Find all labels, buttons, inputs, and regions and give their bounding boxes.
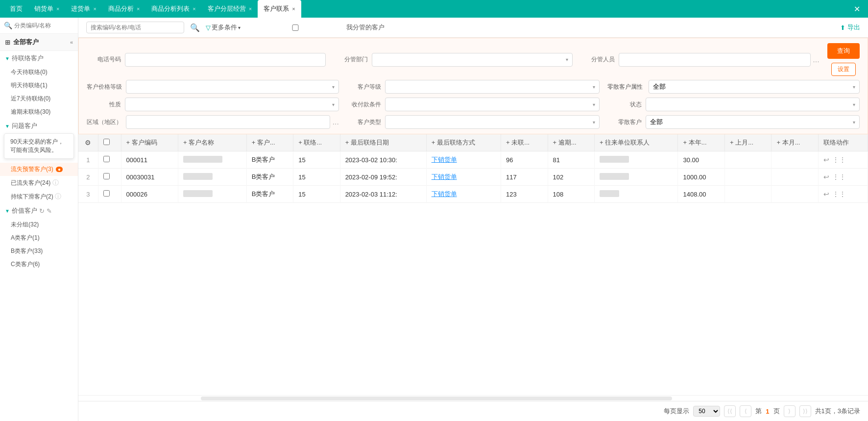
more-action-icon[interactable]: ⋮⋮	[832, 190, 846, 198]
edit-value-icon[interactable]: ✎	[47, 207, 52, 215]
manager-dots-icon[interactable]: …	[813, 56, 820, 64]
close-tab-sales[interactable]: ×	[56, 6, 59, 12]
filter-row-1: 电话号码 分管部门 ▾ 分管人员 … 查询 设置	[87, 43, 860, 76]
cell-last-method[interactable]: 下销货单	[426, 151, 501, 169]
sidebar-item-class-c[interactable]: C类客户(6)	[0, 258, 78, 271]
row-checkbox[interactable]	[103, 173, 110, 179]
more-conditions-btn[interactable]: ▽ 更多条件 ▾	[206, 23, 241, 32]
close-tab-analysis[interactable]: ×	[137, 6, 140, 12]
last-method-link[interactable]: 下销货单	[432, 156, 457, 163]
last-method-link[interactable]: 下销货单	[432, 173, 457, 180]
cell-contact-count: 15	[293, 169, 340, 186]
sidebar-item-declining[interactable]: 持续下滑客户(2) ⓘ	[0, 190, 78, 203]
first-page-btn[interactable]: ⟨⟨	[724, 405, 736, 417]
tab-analysis-list[interactable]: 商品分析列表 ×	[145, 0, 201, 18]
filter-row-2: 客户价格等级 ▾ 客户等级 ▾ 零散客户属性	[87, 80, 860, 94]
sidebar-search-input[interactable]	[14, 22, 74, 29]
cell-last-method[interactable]: 下销货单	[426, 169, 501, 186]
close-tab-purchase[interactable]: ×	[93, 6, 96, 12]
sidebar-item-class-a[interactable]: A类客户(1)	[0, 231, 78, 245]
cell-action[interactable]: ↩ ⋮⋮	[818, 151, 868, 169]
horizontal-scrollbar[interactable]	[78, 395, 868, 401]
area-dots-icon[interactable]: …	[332, 118, 339, 126]
nature-select[interactable]: ▾	[125, 98, 339, 111]
my-customers-checkbox-label[interactable]: 我分管的客户	[246, 23, 385, 32]
export-button[interactable]: ⬆ 导出	[840, 23, 860, 32]
close-tab-customer-contact[interactable]: ×	[292, 6, 295, 12]
retail-select[interactable]: 全部 ▾	[646, 115, 860, 129]
scrollbar-track[interactable]	[201, 396, 672, 400]
last-page-btn[interactable]: ⟩⟩	[799, 405, 811, 417]
sidebar-item-churned[interactable]: 已流失客户(24) ⓘ	[0, 176, 78, 190]
tab-home[interactable]: 首页	[4, 0, 28, 18]
status-select[interactable]: ▾	[646, 98, 860, 111]
sidebar-item-tomorrow[interactable]: 明天待联络(1)	[0, 79, 78, 92]
my-customers-checkbox[interactable]	[246, 25, 344, 31]
tab-analysis[interactable]: 商品分析 ×	[102, 0, 145, 18]
more-action-icon[interactable]: ⋮⋮	[832, 173, 846, 181]
cell-checkbox[interactable]	[98, 169, 121, 186]
price-grade-select[interactable]: ▾	[126, 80, 339, 94]
cell-checkbox[interactable]	[98, 151, 121, 169]
cell-action[interactable]: ↩ ⋮⋮	[818, 169, 868, 186]
filter-row-4: 区域（地区） … 客户类型 ▾ 零散客户 全部 ▾	[87, 115, 860, 129]
gear-icon[interactable]: ⚙	[85, 139, 91, 147]
next-page-btn[interactable]: ⟩	[784, 405, 796, 417]
settings-button[interactable]: 设置	[831, 63, 856, 76]
sidebar-collapse-btn[interactable]: «	[70, 39, 73, 45]
row-checkbox[interactable]	[103, 156, 110, 162]
select-all-checkbox[interactable]	[103, 139, 110, 145]
sidebar-all-customers[interactable]: ⊞ 全部客户 «	[0, 34, 78, 51]
th-last-method: + 最后联络方式	[426, 134, 501, 151]
filter-icon: ▽	[206, 24, 211, 31]
contact-icon[interactable]: ↩	[823, 156, 829, 164]
per-page-select[interactable]: 50 100 200	[693, 406, 720, 417]
refresh-value-icon[interactable]: ↻	[39, 207, 45, 215]
query-button[interactable]: 查询	[827, 43, 860, 59]
export-icon: ⬆	[840, 24, 845, 31]
sidebar-item-ungroup[interactable]: 未分组(32)	[0, 218, 78, 231]
sidebar-item-today[interactable]: 今天待联络(0)	[0, 66, 78, 79]
prev-page-btn[interactable]: ⟨	[740, 405, 751, 417]
sidebar-section-value[interactable]: ▼ 价值客户 ↻ ✎	[0, 203, 78, 218]
contact-icon[interactable]: ↩	[823, 190, 829, 198]
close-tab-customer-tier[interactable]: ×	[249, 6, 252, 12]
cell-type: B类客户	[246, 151, 293, 169]
th-name: + 客户名称	[178, 134, 246, 151]
area-input[interactable]	[126, 115, 330, 129]
customer-type-select[interactable]: ▾	[385, 115, 599, 129]
tab-sales[interactable]: 销货单 ×	[28, 0, 65, 18]
dept-select[interactable]: ▾	[372, 53, 573, 67]
tab-customer-tier[interactable]: 客户分层经营 ×	[202, 0, 258, 18]
sidebar-section-pending[interactable]: ▼ 待联络客户	[0, 51, 78, 66]
tab-customer-contact[interactable]: 客户联系 ×	[258, 0, 301, 18]
manager-input[interactable]	[619, 53, 811, 67]
cell-this-year: 1000.00	[678, 169, 724, 186]
zero-attr-select[interactable]: 全部 ▾	[649, 80, 860, 94]
payment-select[interactable]: ▾	[385, 98, 599, 111]
sidebar-item-7days[interactable]: 近7天待联络(0)	[0, 92, 78, 105]
more-action-icon[interactable]: ⋮⋮	[832, 156, 846, 164]
sidebar: 🔍 ⊞ 全部客户 « ▼ 待联络客户 今天待联络(0) 明天待联络(1) 近7天…	[0, 18, 78, 421]
sidebar-item-overdue[interactable]: 逾期未联络(30)	[0, 105, 78, 119]
close-tab-analysis-list[interactable]: ×	[193, 6, 195, 12]
search-button[interactable]: 🔍	[190, 23, 200, 32]
cell-last-date: 2023-03-02 10:30:	[340, 151, 426, 169]
cell-action[interactable]: ↩ ⋮⋮	[818, 186, 868, 203]
sidebar-item-churn-warning[interactable]: 流失预警客户(3) ●	[0, 163, 78, 176]
sidebar-section-problem[interactable]: ▼ 问题客户	[0, 119, 78, 133]
search-input[interactable]	[86, 22, 184, 33]
phone-input[interactable]	[125, 53, 326, 67]
status-arrow-icon: ▾	[853, 102, 855, 107]
sidebar-item-class-b[interactable]: B类客户(33)	[0, 245, 78, 258]
window-close-button[interactable]: ✕	[850, 4, 864, 14]
last-method-link[interactable]: 下销货单	[432, 190, 457, 198]
row-checkbox[interactable]	[103, 190, 110, 197]
th-gear[interactable]: ⚙	[78, 134, 98, 151]
grade-select[interactable]: ▾	[385, 80, 599, 94]
contact-icon[interactable]: ↩	[823, 173, 829, 181]
cell-last-method[interactable]: 下销货单	[426, 186, 501, 203]
th-checkbox[interactable]	[98, 134, 121, 151]
cell-checkbox[interactable]	[98, 186, 121, 203]
tab-purchase[interactable]: 进货单 ×	[65, 0, 102, 18]
